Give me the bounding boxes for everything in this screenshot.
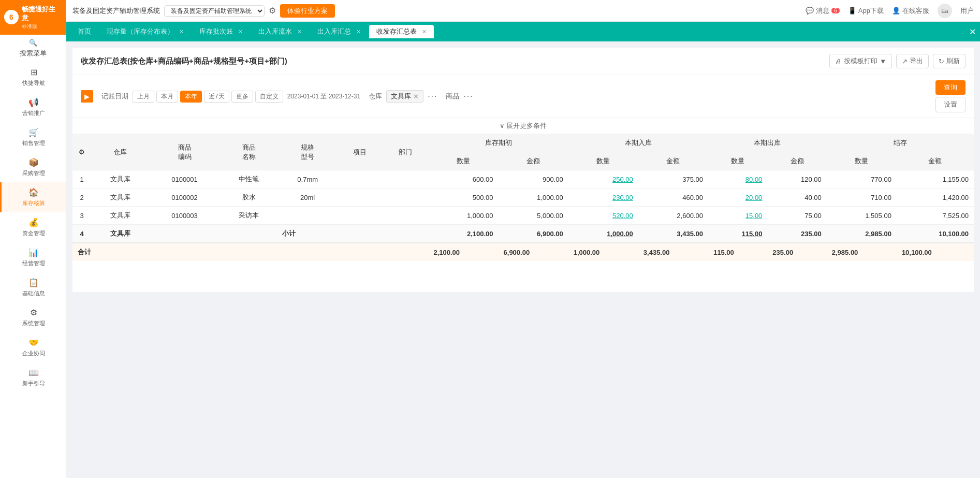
filter-bar: ▶ 记账日期 上月 本月 本年 近7天 更多 自定义 2023-01-01 至 … (72, 75, 974, 118)
row-no: 1 (72, 170, 91, 189)
tab-inventory-dist[interactable]: 现存量（库存分布表） ✕ (99, 25, 191, 38)
filter-expand-btn[interactable]: ▶ (81, 90, 93, 103)
col-warehouse-header: 仓库 (91, 134, 150, 170)
col-goods-spec-header: 规格型号 (278, 134, 337, 170)
tab-home[interactable]: 首页 (70, 25, 98, 38)
row-in-qty[interactable]: 250.00 (568, 170, 638, 189)
row-no: 3 (72, 207, 91, 225)
sidebar-item-marketing[interactable]: 📢 营销推广 (0, 92, 66, 122)
row-warehouse: 文具库 (91, 207, 150, 225)
tab-close-all-icon[interactable]: ✕ (969, 27, 976, 37)
total-open-qty: 2,100.00 (428, 243, 498, 261)
sidebar-item-system[interactable]: ⚙ 系统管理 (0, 302, 66, 332)
row-close-amt: 1,155.00 (897, 170, 974, 189)
this-year-btn[interactable]: 本年 (180, 91, 202, 103)
warehouse-tag-close[interactable]: ✕ (413, 93, 419, 100)
page-container: 收发存汇总表(按仓库+商品编码+商品+规格型号+项目+部门) 🖨 按模板打印 ▼… (72, 48, 974, 292)
warehouse-more-dots[interactable]: ··· (428, 92, 437, 101)
expand-more-row[interactable]: ∨ 展开更多条件 (72, 118, 974, 134)
tab-label: 收发存汇总表 (376, 27, 417, 36)
tab-close-icon[interactable]: ✕ (238, 28, 243, 35)
print-btn[interactable]: 🖨 按模板打印 ▼ (829, 54, 892, 68)
col-settings[interactable]: ⚙ (72, 134, 91, 170)
system-title: 装备及固定资产辅助管理系统 (72, 6, 160, 16)
total-close-qty: 2,985.00 (827, 243, 897, 261)
row-out-amt: 120.00 (767, 170, 826, 189)
query-btn[interactable]: 查询 (935, 80, 966, 95)
subtotal-no: 4 (72, 225, 91, 243)
export-btn[interactable]: ↗ 导出 (896, 54, 929, 68)
tab-recv-send-summary[interactable]: 收发存汇总表 ✕ (369, 25, 434, 38)
row-out-amt: 40.00 (767, 189, 826, 207)
sidebar-item-inventory[interactable]: 🏠 库存核算 (0, 182, 66, 212)
app-download-action[interactable]: 📱 App下载 (848, 6, 884, 16)
total-close-amt: 10,100.00 (897, 243, 974, 261)
online-service-action[interactable]: 👤 在线客服 (892, 6, 929, 16)
row-dept (383, 170, 428, 189)
subtotal-label: 小计 (150, 225, 428, 243)
row-goods-spec (278, 207, 337, 225)
try-btn[interactable]: 体验行业方案 (280, 4, 335, 18)
tab-close-icon[interactable]: ✕ (297, 28, 302, 35)
tab-close-icon[interactable]: ✕ (356, 28, 361, 35)
total-label: 合计 (72, 243, 428, 261)
row-open-qty: 600.00 (428, 170, 498, 189)
this-month-btn[interactable]: 本月 (156, 91, 178, 103)
refresh-btn[interactable]: ↻ 刷新 (933, 54, 966, 68)
tab-inout-flow[interactable]: 出入库流水 ✕ (251, 25, 309, 38)
sidebar-item-cooperation[interactable]: 🤝 企业协同 (0, 332, 66, 363)
sidebar-item-operation[interactable]: 📊 经营管理 (0, 242, 66, 272)
system-select[interactable]: 装备及固定资产辅助管理系统 (164, 5, 265, 17)
more-btn[interactable]: 更多 (231, 91, 253, 103)
tabbar: 首页 现存量（库存分布表） ✕ 库存批次账 ✕ 出入库流水 ✕ 出入库汇总 ✕ … (66, 22, 980, 41)
col-opening-header: 库存期初 (428, 134, 568, 152)
marketing-icon: 📢 (28, 97, 39, 107)
row-out-qty[interactable]: 80.00 (708, 170, 767, 189)
row-in-qty[interactable]: 520.00 (568, 207, 638, 225)
phone-icon: 📱 (848, 7, 856, 15)
goods-more-dots[interactable]: ··· (463, 92, 473, 101)
settings-btn[interactable]: 设置 (935, 97, 966, 112)
row-dept (383, 189, 428, 207)
row-goods-name: 胶水 (220, 189, 278, 207)
total-in-qty: 1,000.00 (568, 243, 638, 261)
row-in-qty[interactable]: 230.00 (568, 189, 638, 207)
tab-inout-summary[interactable]: 出入库汇总 ✕ (310, 25, 368, 38)
row-open-amt: 5,000.00 (499, 207, 568, 225)
custom-btn[interactable]: 自定义 (255, 91, 283, 103)
subtotal-out-amt: 235.00 (767, 225, 826, 243)
sidebar-item-label: 销售管理 (22, 139, 45, 147)
sidebar-item-basic[interactable]: 📋 基础信息 (0, 272, 66, 302)
sidebar-item-purchase[interactable]: 📦 采购管理 (0, 152, 66, 182)
system-icon: ⚙ (30, 308, 37, 317)
online-service-label: 在线客服 (902, 6, 929, 16)
sidebar-item-label: 资金管理 (22, 229, 45, 237)
col-goods-code-header: 商品编码 (150, 134, 220, 170)
subtotal-in-qty: 1,000.00 (568, 225, 638, 243)
sidebar-item-sales[interactable]: 🛒 销售管理 (0, 122, 66, 152)
settings-icon[interactable]: ⚙ (269, 6, 276, 16)
tab-close-icon[interactable]: ✕ (422, 28, 427, 35)
warehouse-tag[interactable]: 文具库 ✕ (386, 90, 423, 103)
out-qty-header: 数量 (708, 152, 767, 170)
tab-close-icon[interactable]: ✕ (179, 28, 184, 35)
col-goods-name-header: 商品名称 (220, 134, 278, 170)
messages-action[interactable]: 💬 消息 6 (806, 6, 840, 16)
quick-nav-icon: ⊞ (31, 67, 37, 77)
last-7days-btn[interactable]: 近7天 (204, 91, 229, 103)
tab-batch-ledger[interactable]: 库存批次账 ✕ (192, 25, 250, 38)
user-avatar[interactable]: Ea (938, 4, 952, 18)
subtotal-open-qty: 2,100.00 (428, 225, 498, 243)
row-out-qty[interactable]: 15.00 (708, 207, 767, 225)
table-body: 1 文具库 0100001 中性笔 0.7mm 600.00 900.00 25… (72, 170, 974, 243)
sidebar-item-quick-nav[interactable]: ⊞ 快捷导航 (0, 62, 66, 92)
sidebar-item-newbie[interactable]: 📖 新手引导 (0, 363, 66, 393)
last-month-btn[interactable]: 上月 (133, 91, 154, 103)
row-close-amt: 7,525.00 (897, 207, 974, 225)
tab-label: 库存批次账 (199, 27, 233, 36)
sidebar-item-finance[interactable]: 💰 资金管理 (0, 212, 66, 242)
row-out-qty[interactable]: 20.00 (708, 189, 767, 207)
sidebar: 6 畅捷通好生意 标准版 🔍 搜索菜单 ⊞ 快捷导航 📢 营销推广 🛒 销售管理… (0, 0, 66, 478)
sidebar-search[interactable]: 🔍 搜索菜单 (0, 35, 66, 62)
page-actions: 🖨 按模板打印 ▼ ↗ 导出 ↻ 刷新 (829, 54, 966, 68)
